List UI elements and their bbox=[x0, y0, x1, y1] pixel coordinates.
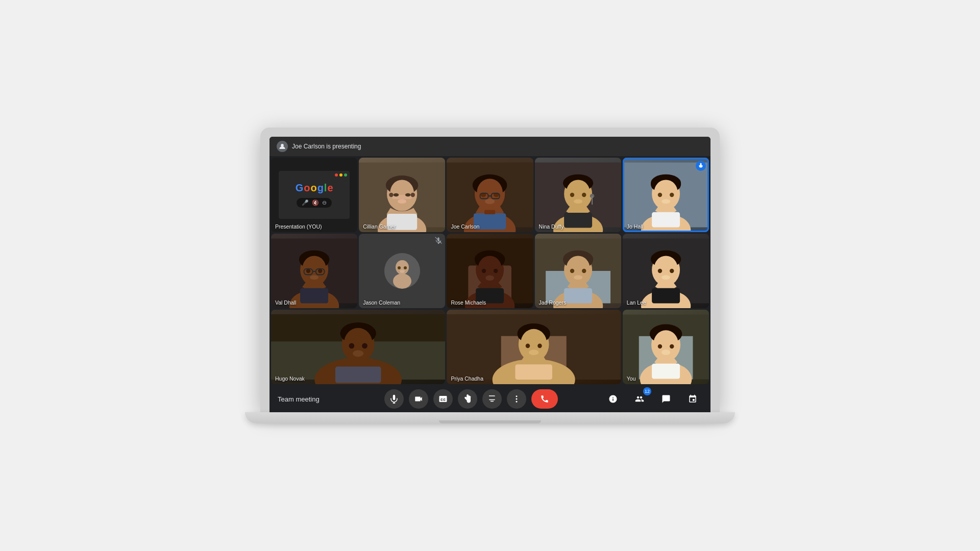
activities-button[interactable] bbox=[683, 389, 702, 409]
svg-point-31 bbox=[570, 193, 574, 197]
svg-point-88 bbox=[574, 275, 582, 279]
svg-point-32 bbox=[582, 193, 586, 197]
participants-button[interactable]: 12 bbox=[630, 389, 649, 409]
tile-jo: Jo Hall bbox=[623, 158, 709, 232]
meeting-title: Team meeting bbox=[278, 395, 339, 403]
laptop-screen: Joe Carlson is presenting bbox=[270, 137, 710, 412]
tile-lan: Lan Lee bbox=[623, 234, 709, 308]
svg-point-11 bbox=[389, 193, 393, 197]
svg-point-20 bbox=[485, 198, 495, 204]
svg-point-8 bbox=[405, 193, 411, 196]
svg-point-9 bbox=[398, 199, 406, 203]
tile-cillian: Cillian Garner bbox=[359, 158, 445, 232]
svg-point-117 bbox=[529, 349, 538, 355]
svg-point-87 bbox=[582, 269, 586, 273]
svg-point-96 bbox=[670, 269, 674, 273]
toolbar-center bbox=[384, 389, 558, 409]
tile-you: You bbox=[623, 310, 709, 384]
mic-button[interactable] bbox=[384, 389, 404, 409]
svg-point-77 bbox=[494, 269, 498, 273]
tile-presentation: G o o g l e 🎤 🔇 ⊖ bbox=[271, 158, 357, 232]
svg-point-68 bbox=[393, 273, 411, 289]
svg-point-12 bbox=[411, 193, 415, 197]
svg-point-65 bbox=[398, 266, 401, 269]
camera-button[interactable] bbox=[409, 389, 428, 409]
tile-rose: Rose Michaels bbox=[447, 234, 533, 308]
svg-point-33 bbox=[574, 199, 582, 203]
tile-joe: Joe Carlson bbox=[447, 158, 533, 232]
captions-button[interactable] bbox=[433, 389, 453, 409]
svg-point-66 bbox=[404, 266, 407, 269]
svg-rect-128 bbox=[652, 364, 680, 379]
tile-jo-speaking-indicator bbox=[696, 161, 706, 171]
participants-badge: 12 bbox=[643, 387, 651, 395]
svg-point-45 bbox=[662, 199, 670, 203]
svg-rect-22 bbox=[484, 210, 495, 214]
svg-rect-57 bbox=[300, 288, 328, 304]
svg-point-43 bbox=[658, 193, 662, 197]
svg-point-107 bbox=[353, 350, 363, 357]
svg-point-127 bbox=[662, 349, 670, 355]
svg-point-131 bbox=[516, 401, 518, 403]
svg-rect-46 bbox=[652, 212, 680, 228]
tile-jad: Jad Rogers bbox=[535, 234, 621, 308]
svg-rect-34 bbox=[564, 213, 592, 228]
laptop-base bbox=[245, 412, 735, 423]
svg-rect-89 bbox=[564, 288, 592, 304]
svg-point-56 bbox=[310, 275, 318, 279]
svg-point-7 bbox=[394, 193, 399, 196]
laptop-screen-bezel: Joe Carlson is presenting bbox=[260, 128, 720, 412]
svg-point-126 bbox=[670, 344, 674, 348]
toolbar-right: 12 bbox=[603, 389, 702, 409]
tile-val: Val Dhall bbox=[271, 234, 357, 308]
svg-rect-108 bbox=[335, 366, 381, 383]
presenter-bar: Joe Carlson is presenting bbox=[270, 137, 710, 156]
svg-point-54 bbox=[306, 269, 310, 273]
svg-point-95 bbox=[658, 269, 662, 273]
tile-jason-mute-indicator bbox=[435, 237, 442, 246]
svg-point-86 bbox=[570, 269, 574, 273]
meet-container: Joe Carlson is presenting bbox=[270, 137, 710, 412]
svg-rect-21 bbox=[474, 213, 506, 230]
main-video-grid: G o o g l e 🎤 🔇 ⊖ bbox=[270, 156, 710, 386]
tile-priya: Priya Chadha bbox=[447, 310, 621, 384]
more-options-button[interactable] bbox=[507, 389, 526, 409]
svg-point-78 bbox=[486, 275, 495, 281]
tile-nina: Nina Duffy bbox=[535, 158, 621, 232]
svg-rect-79 bbox=[476, 288, 504, 304]
info-button[interactable] bbox=[603, 389, 623, 409]
tile-hugo: Hugo Novak bbox=[271, 310, 445, 384]
svg-point-129 bbox=[516, 395, 518, 397]
svg-rect-118 bbox=[516, 364, 553, 380]
svg-point-76 bbox=[482, 269, 486, 273]
svg-point-55 bbox=[318, 269, 322, 273]
chat-button[interactable] bbox=[656, 389, 676, 409]
svg-rect-10 bbox=[387, 214, 417, 230]
svg-point-44 bbox=[670, 193, 674, 197]
svg-point-105 bbox=[349, 343, 355, 349]
bottom-toolbar: Team meeting bbox=[270, 386, 710, 412]
svg-point-0 bbox=[281, 144, 284, 147]
svg-point-106 bbox=[362, 343, 368, 349]
svg-rect-98 bbox=[652, 288, 680, 304]
svg-point-130 bbox=[516, 398, 518, 400]
presenter-avatar bbox=[277, 141, 288, 152]
present-button[interactable] bbox=[482, 389, 502, 409]
tile-jason: Jason Coleman bbox=[359, 234, 445, 308]
svg-point-97 bbox=[662, 275, 670, 279]
svg-point-125 bbox=[658, 344, 662, 348]
svg-point-116 bbox=[538, 344, 543, 348]
presenter-text: Joe Carlson is presenting bbox=[292, 143, 361, 150]
svg-point-67 bbox=[400, 270, 405, 273]
svg-point-115 bbox=[526, 344, 530, 348]
laptop-outer: Joe Carlson is presenting bbox=[260, 128, 720, 423]
raise-hand-button[interactable] bbox=[458, 389, 477, 409]
end-call-button[interactable] bbox=[531, 389, 558, 409]
